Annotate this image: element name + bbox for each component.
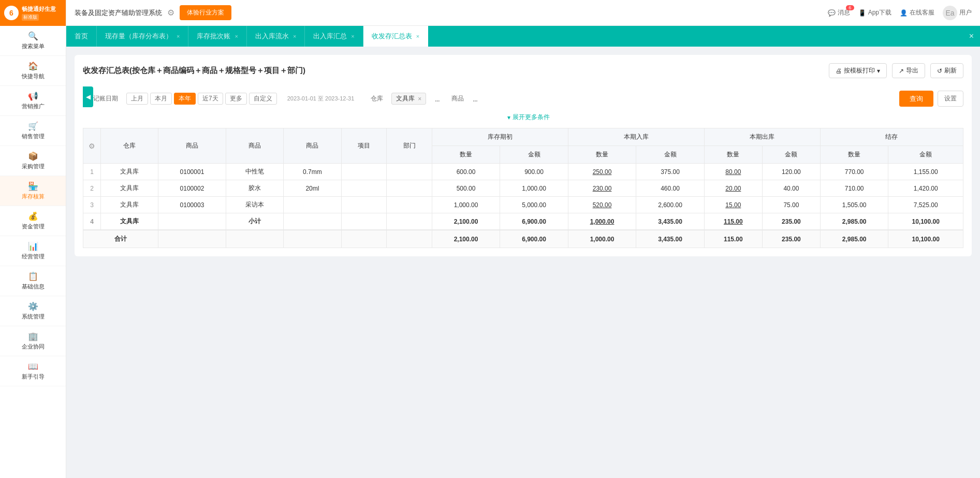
table-row: 4 文具库 小计 2,100.00 6,900.00 1,000.00 3,43… [83,213,963,230]
footer-start-amt: 6,900.00 [500,230,568,248]
row-bal-amt: 10,100.00 [888,213,963,230]
newbie-icon: 📖 [28,361,38,371]
sidebar-item-sales[interactable]: 🛒 销售管理 [0,116,66,146]
warehouse-tag-close[interactable]: × [418,95,421,103]
user-btn[interactable]: Ea 用户 [943,6,972,20]
experience-btn[interactable]: 体验行业方案 [180,5,231,20]
tab-stock-dist-close[interactable]: × [177,33,180,39]
row-start-amt: 1,000.00 [500,180,568,197]
settings-gear-icon[interactable]: ⚙ [167,8,174,18]
sidebar-item-label: 基础信息 [22,283,45,291]
sidebar-item-quick-nav[interactable]: 🏠 快捷导航 [0,56,66,86]
warehouse-more-btn[interactable]: ... [434,93,439,104]
refresh-icon: ↺ [937,67,942,75]
date-btn-prev-month[interactable]: 上月 [126,93,148,105]
sidebar-item-marketing[interactable]: 📢 营销推广 [0,86,66,116]
footer-project [341,230,386,248]
date-label: 记账日期 [93,94,118,103]
sidebar-item-system[interactable]: ⚙️ 系统管理 [0,296,66,326]
sidebar-logo: 6 畅捷通好生意 标准版 [0,0,66,26]
sidebar-item-operations[interactable]: 📊 经营管理 [0,236,66,266]
tab-stock-dist[interactable]: 现存量（库存分布表） × [97,26,188,47]
chevron-down-icon: ▾ [507,114,510,121]
sidebar-item-finance[interactable]: 💰 资金管理 [0,206,66,236]
tab-inout-flow-close[interactable]: × [293,33,296,39]
tab-receive-summary-close[interactable]: × [416,33,419,39]
date-btn-custom[interactable]: 自定义 [249,93,277,105]
col-in-qty: 数量 [568,146,636,164]
row-code: 0100003 [158,197,226,213]
filter-row-1: 记账日期 上月 本月 本年 近7天 更多 自定义 2023-01-01 至 20… [93,86,963,111]
topbar-left: 装备及固定资产辅助管理系统 ⚙ 体验行业方案 [75,5,231,20]
row-warehouse: 文具库 [101,164,158,180]
tab-inout-summary[interactable]: 出入库汇总 × [305,26,363,47]
col-settings[interactable]: ⚙ [83,128,101,164]
row-start-amt: 5,000.00 [500,197,568,213]
phone-icon: 📱 [858,9,866,17]
sidebar-item-inventory[interactable]: 🏪 库存核算 [0,176,66,206]
row-in-amt: 2,600.00 [636,197,705,213]
tabbar-close-btn[interactable]: × [963,32,980,41]
main-card: 收发存汇总表(按仓库＋商品编码＋商品＋规格型号＋项目＋部门) 🖨 按模板打印 ▾… [75,55,972,256]
printer-icon: 🖨 [836,67,842,75]
export-btn[interactable]: ↗ 导出 [892,63,925,78]
refresh-btn[interactable]: ↺ 刷新 [930,63,963,78]
row-bal-amt: 1,420.00 [888,180,963,197]
row-out-qty: 115.00 [704,213,762,230]
row-bal-qty: 1,505.00 [820,197,888,213]
print-btn[interactable]: 🖨 按模板打印 ▾ [829,63,887,78]
tab-inout-flow[interactable]: 出入库流水 × [247,26,305,47]
row-goods: 胶水 [226,180,284,197]
date-btn-this-month[interactable]: 本月 [150,93,172,105]
query-btn[interactable]: 查询 [899,91,933,107]
row-goods: 小计 [226,213,284,230]
row-in-amt: 375.00 [636,164,705,180]
enterprise-icon: 🏢 [28,331,38,341]
goods-more-btn[interactable]: ... [472,93,477,104]
filter-settings-btn[interactable]: 设置 [938,91,963,107]
filter-toggle-btn[interactable]: ◀ [83,86,93,107]
user-avatar: Ea [943,6,957,20]
topbar-right: 💬 消息 6 📱 App下载 👤 在线客服 Ea 用户 [828,6,972,20]
tab-inout-summary-close[interactable]: × [351,33,354,39]
date-btn-7days[interactable]: 近7天 [198,93,223,105]
row-start-qty: 2,100.00 [432,213,500,230]
sidebar-item-newbie[interactable]: 📖 新手引导 [0,356,66,386]
tab-batch-close[interactable]: × [235,33,238,39]
expand-btn[interactable]: ▾ 展开更多条件 [507,113,550,122]
footer-out-qty: 115.00 [704,230,762,248]
sidebar-item-search[interactable]: 🔍 搜索菜单 [0,26,66,56]
tab-batch[interactable]: 库存批次账 × [188,26,246,47]
tab-receive-summary[interactable]: 收发存汇总表 × [363,26,428,47]
warehouse-tag[interactable]: 文具库 × [391,93,426,105]
footer-code [158,230,226,248]
col-code: 商品 [158,128,226,164]
app-download-btn[interactable]: 📱 App下载 [858,8,891,17]
date-btn-more[interactable]: 更多 [225,93,247,105]
sidebar-item-label: 资金管理 [22,223,45,230]
message-btn[interactable]: 💬 消息 6 [828,8,850,17]
goods-label: 商品 [451,94,464,103]
footer-label: 合计 [83,230,158,248]
tab-inout-flow-label: 出入库流水 [255,32,289,41]
system-icon: ⚙️ [28,301,38,311]
inventory-icon: 🏪 [28,181,38,191]
sidebar-item-purchase[interactable]: 📦 采购管理 [0,146,66,176]
sidebar-item-basic[interactable]: 📋 基础信息 [0,266,66,296]
online-service-btn[interactable]: 👤 在线客服 [900,8,934,17]
row-dept [387,213,432,230]
row-bal-qty: 710.00 [820,180,888,197]
system-title: 装备及固定资产辅助管理系统 [75,8,162,18]
row-start-amt: 900.00 [500,164,568,180]
tab-home[interactable]: 首页 [66,26,97,47]
date-buttons: 上月 本月 本年 近7天 更多 自定义 [126,93,277,105]
message-badge: 6 [846,5,854,10]
table-settings-icon[interactable]: ⚙ [89,142,95,150]
row-in-qty: 250.00 [568,164,636,180]
row-bal-amt: 1,155.00 [888,164,963,180]
date-btn-this-year[interactable]: 本年 [174,93,196,105]
sidebar: 6 畅捷通好生意 标准版 🔍 搜索菜单 🏠 快捷导航 📢 营销推广 🛒 销售管理… [0,0,66,478]
col-project: 项目 [341,128,386,164]
footer-out-amt: 235.00 [762,230,820,248]
sidebar-item-enterprise[interactable]: 🏢 企业协同 [0,326,66,356]
